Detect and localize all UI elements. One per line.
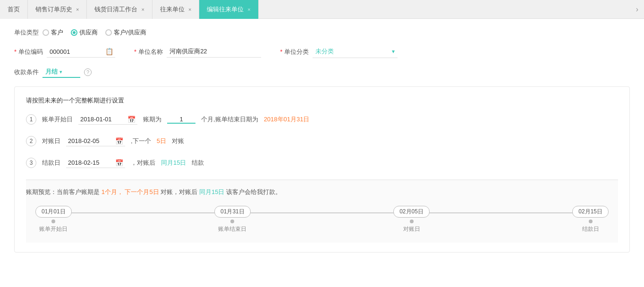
card-section: 请按照未来的一个完整帐期进行设置 1 账单开始日 📅 账期为 个月,账单结束日期… bbox=[14, 86, 630, 253]
radio-label-customer-supplier: 客户/供应商 bbox=[114, 28, 146, 37]
card-title: 请按照未来的一个完整帐期进行设置 bbox=[26, 96, 618, 105]
step-date-input-3: 📅 bbox=[66, 158, 125, 168]
radio-supplier[interactable]: 供应商 bbox=[71, 28, 98, 37]
tab-partner-unit[interactable]: 往来单位 × bbox=[153, 0, 199, 19]
preview-part3: 同月15日 bbox=[199, 188, 224, 195]
unit-name-field: * 单位名称 bbox=[134, 46, 261, 58]
tab-arrow[interactable]: › bbox=[630, 5, 644, 14]
step2-suffix-pre: ,下一个 bbox=[131, 137, 151, 145]
radio-group-unit-type: 客户 供应商 客户/供应商 bbox=[42, 28, 146, 37]
chevron-down-icon: ▾ bbox=[392, 48, 395, 55]
timeline-node-2: 01月31日 账单结束日 bbox=[214, 206, 251, 233]
close-icon-edit-partner[interactable]: × bbox=[247, 7, 250, 12]
close-icon-cash[interactable]: × bbox=[141, 7, 144, 12]
step-date-field-2[interactable] bbox=[68, 137, 115, 144]
unit-type-label: 单位类型 bbox=[14, 28, 39, 37]
unit-category-select[interactable]: 未分类 ▾ bbox=[313, 45, 398, 58]
step-period-unit: 个月,账单结束日期为 bbox=[201, 115, 258, 124]
step-label-2: 对账日 bbox=[42, 137, 60, 145]
payment-select-arrow-icon: ▾ bbox=[59, 69, 62, 75]
radio-customer-supplier[interactable]: 客户/供应商 bbox=[105, 28, 146, 37]
step-date-input-2: 📅 bbox=[66, 136, 125, 146]
tab-edit-partner[interactable]: 编辑往来单位 × bbox=[199, 0, 258, 19]
unit-category-value: 未分类 bbox=[315, 47, 392, 56]
timeline-node-4: 02月15日 结款日 bbox=[572, 206, 609, 233]
unit-category-field: * 单位分类 未分类 ▾ bbox=[280, 45, 398, 58]
timeline-label-4: 结款日 bbox=[582, 225, 599, 233]
preview-suffix: 该客户会给我打款。 bbox=[226, 188, 281, 195]
radio-customer[interactable]: 客户 bbox=[42, 28, 63, 37]
unit-code-label: 单位编码 bbox=[18, 48, 43, 56]
preview-part2: 下一个月5日 bbox=[125, 188, 159, 195]
timeline-label-1: 账单开始日 bbox=[39, 225, 68, 233]
preview-prefix: 账期预览：当前客户账期是 bbox=[26, 188, 100, 195]
step3-highlight: 同月15日 bbox=[161, 159, 186, 167]
radio-circle-customer bbox=[42, 29, 49, 36]
unit-code-input[interactable] bbox=[47, 46, 103, 57]
preview-middle: 对账，对账后 bbox=[161, 188, 197, 195]
calendar-icon-3[interactable]: 📅 bbox=[115, 159, 123, 167]
unit-name-input[interactable] bbox=[167, 46, 261, 58]
close-icon-sales[interactable]: × bbox=[76, 7, 79, 12]
step-num-3: 3 bbox=[26, 158, 36, 168]
step2-suffix-post: 对账 bbox=[172, 137, 184, 145]
required-star-code: * bbox=[14, 48, 17, 55]
main-content: 单位类型 客户 供应商 客户/供应商 * 单位编码 📋 bbox=[0, 19, 644, 287]
step-row-3: 3 结款日 📅 ，对账后 同月15日 结款 bbox=[26, 158, 618, 168]
tab-cash-work[interactable]: 钱货日清工作台 × bbox=[87, 0, 152, 19]
radio-label-customer: 客户 bbox=[51, 28, 63, 37]
step-period-label: 账期为 bbox=[143, 115, 161, 124]
radio-circle-supplier bbox=[71, 29, 77, 36]
tabs-bar: 首页 销售订单历史 × 钱货日清工作台 × 往来单位 × 编辑往来单位 × › bbox=[0, 0, 644, 19]
timeline-badge-4: 02月15日 bbox=[572, 206, 609, 218]
step-row-1: 1 账单开始日 📅 账期为 个月,账单结束日期为 2018年01月31日 bbox=[26, 114, 618, 125]
step-num-2: 2 bbox=[26, 136, 36, 146]
payment-condition-label: 收款条件 bbox=[14, 68, 39, 76]
step2-highlight: 5日 bbox=[157, 137, 166, 145]
timeline-wrapper: 01月01日 账单开始日 01月31日 账单结束日 02月05日 对账日 bbox=[26, 206, 618, 243]
step3-suffix-pre: ，对账后 bbox=[131, 159, 155, 167]
preview-section: 账期预览：当前客户账期是 1个月， 下一个月5日 对账，对账后 同月15日 该客… bbox=[26, 180, 618, 243]
tab-sales-history[interactable]: 销售订单历史 × bbox=[28, 0, 87, 19]
preview-text: 账期预览：当前客户账期是 1个月， 下一个月5日 对账，对账后 同月15日 该客… bbox=[26, 188, 618, 196]
period-end-date: 2018年01月31日 bbox=[264, 115, 310, 124]
step-date-field-1[interactable] bbox=[80, 116, 127, 123]
timeline-dot-4 bbox=[589, 219, 593, 223]
timeline-label-2: 账单结束日 bbox=[218, 225, 246, 233]
timeline-dot-1 bbox=[51, 219, 55, 223]
close-icon-partner[interactable]: × bbox=[188, 7, 191, 12]
unit-category-label: 单位分类 bbox=[284, 48, 309, 56]
step-period-input[interactable] bbox=[167, 116, 195, 124]
unit-code-field: * 单位编码 📋 bbox=[14, 46, 115, 58]
timeline-node-1: 01月01日 账单开始日 bbox=[35, 206, 72, 233]
unit-code-input-wrap: 📋 bbox=[47, 46, 115, 58]
step-date-input-1: 📅 bbox=[78, 115, 137, 125]
timeline-badge-2: 01月31日 bbox=[214, 206, 251, 218]
calendar-icon-1[interactable]: 📅 bbox=[127, 116, 136, 123]
payment-condition-select[interactable]: 月结 ▾ bbox=[42, 67, 80, 78]
timeline-badge-3: 02月05日 bbox=[393, 206, 430, 218]
timeline-badge-1: 01月01日 bbox=[35, 206, 72, 218]
payment-condition-value: 月结 bbox=[45, 68, 58, 76]
step-date-field-3[interactable] bbox=[68, 159, 115, 166]
step-label-3: 结款日 bbox=[42, 159, 60, 167]
step-num-1: 1 bbox=[26, 114, 36, 125]
help-icon[interactable]: ? bbox=[84, 68, 92, 76]
required-star-name: * bbox=[134, 48, 136, 55]
unit-type-row: 单位类型 客户 供应商 客户/供应商 bbox=[14, 28, 630, 37]
timeline-label-3: 对账日 bbox=[403, 225, 420, 233]
radio-label-supplier: 供应商 bbox=[79, 28, 98, 37]
preview-part1: 1个月， bbox=[102, 188, 123, 195]
payment-condition-row: 收款条件 月结 ▾ ? bbox=[14, 67, 630, 78]
required-star-cat: * bbox=[280, 48, 282, 55]
calendar-icon-2[interactable]: 📅 bbox=[115, 137, 123, 145]
timeline-dot-2 bbox=[230, 219, 234, 223]
timeline-nodes: 01月01日 账单开始日 01月31日 账单结束日 02月05日 对账日 bbox=[35, 206, 609, 233]
tab-home[interactable]: 首页 bbox=[0, 0, 28, 19]
step-label-1: 账单开始日 bbox=[42, 115, 73, 124]
timeline-node-3: 02月05日 对账日 bbox=[393, 206, 430, 233]
unit-name-label: 单位名称 bbox=[138, 48, 163, 56]
radio-circle-customer-supplier bbox=[105, 29, 112, 36]
step-row-2: 2 对账日 📅 ,下一个 5日 对账 bbox=[26, 136, 618, 146]
unit-code-icon[interactable]: 📋 bbox=[103, 48, 115, 55]
